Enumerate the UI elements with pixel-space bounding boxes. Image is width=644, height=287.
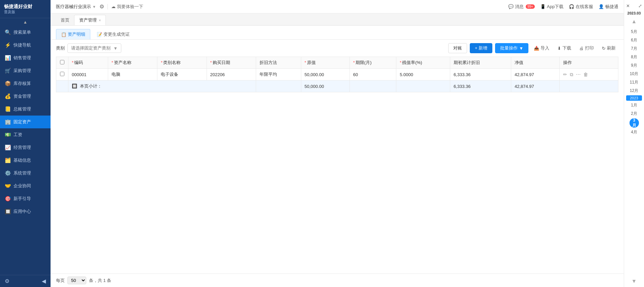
sidebar-item-10[interactable]: 🗂️ 基础信息: [0, 154, 51, 167]
sidebar-item-5[interactable]: 💰 资金管理: [0, 90, 51, 103]
timeline-down-btn[interactable]: ▼: [631, 278, 638, 285]
topbar-gear-icon[interactable]: ⚙: [99, 3, 104, 10]
sidebar-icon-11: ⚙️: [5, 170, 11, 176]
per-page-select[interactable]: 102050100: [67, 277, 86, 284]
select-all-checkbox[interactable]: [60, 60, 64, 64]
sidebar-item-8[interactable]: 💵 工资: [0, 128, 51, 141]
sidebar-icon-5: 💰: [5, 93, 11, 99]
tabbar: 首页资产管理×: [51, 13, 624, 26]
timeline-month[interactable]: 9月: [626, 62, 642, 69]
sidebar-icon-6: 📒: [5, 106, 11, 112]
app-title: 畅捷通好业财: [4, 3, 47, 9]
new-btn[interactable]: + 新增: [470, 43, 492, 53]
timeline-month[interactable]: 4月: [626, 128, 642, 136]
sidebar-item-7[interactable]: 🏢 固定资产: [0, 116, 51, 128]
notifications-label: 消息: [515, 4, 524, 10]
sidebar-item-14[interactable]: 🔲 应用中心: [0, 205, 51, 218]
notifications-btn[interactable]: 💬 消息 99: [508, 4, 535, 10]
timeline-month[interactable]: 5月: [626, 28, 642, 36]
timeline-month[interactable]: 3月: [630, 118, 639, 128]
company-selector[interactable]: 医疗器械行业演示 ▼: [56, 4, 96, 10]
sidebar-item-11[interactable]: ⚙️ 系统管理: [0, 167, 51, 180]
import-btn[interactable]: 📥 导入: [531, 43, 552, 53]
sidebar-label-2: 销售管理: [13, 55, 31, 61]
table-header: *编码 *资产名称 *类别名称 *购买日期 折旧方法 *原值 *期限(月) *残…: [56, 57, 618, 69]
sidebar-item-0[interactable]: 🔍 搜索菜单: [0, 26, 51, 39]
import-label: 导入: [541, 45, 549, 51]
sidebar-item-12[interactable]: 🤝 企业协同: [0, 180, 51, 192]
timeline-expand-btn[interactable]: ⤢: [638, 3, 643, 9]
sub-tab-label-1: 变更生成凭证: [103, 31, 130, 37]
sidebar-icon-10: 🗂️: [5, 157, 11, 163]
print-label: 打印: [585, 45, 594, 51]
batch-btn[interactable]: 批量操作 ▼: [495, 43, 528, 53]
copy-icon-0[interactable]: ⧉: [570, 72, 573, 77]
sidebar-item-2[interactable]: 📊 销售管理: [0, 52, 51, 64]
print-btn[interactable]: 🖨 打印: [577, 43, 596, 53]
row-checkbox-cell-0[interactable]: [56, 69, 68, 81]
timeline-up-btn[interactable]: ▲: [631, 18, 638, 25]
timeline-close-btn[interactable]: ✕: [625, 3, 631, 9]
user-avatar-icon: 👤: [599, 4, 604, 9]
refresh-btn[interactable]: ↻ 刷新: [599, 43, 618, 53]
timeline-month[interactable]: 8月: [626, 53, 642, 61]
sidebar-scroll-up[interactable]: ▲: [0, 18, 51, 26]
experience-link[interactable]: ☁ 我要体验一下: [111, 4, 143, 10]
sidebar-icon-3: 🛒: [5, 68, 11, 74]
timeline-month[interactable]: 2月: [626, 110, 642, 118]
col-period: *期限(月): [349, 57, 396, 69]
sidebar-item-6[interactable]: 📒 总账管理: [0, 103, 51, 116]
sub-tab-1[interactable]: 📝变更生成凭证: [92, 29, 135, 39]
subtotal-empty-3: [396, 81, 450, 92]
batch-label: 批量操作: [500, 45, 518, 51]
user-menu[interactable]: 👤 畅捷通: [599, 4, 618, 10]
more-icon-0[interactable]: ⋯: [576, 72, 581, 77]
pagination: 每页 102050100 条，共 1 条: [51, 274, 624, 287]
tab-0[interactable]: 首页: [56, 15, 74, 25]
sidebar-item-1[interactable]: ⚡ 快捷导航: [0, 39, 51, 52]
timeline-month[interactable]: 6月: [626, 36, 642, 44]
sidebar-logo: 畅捷通好业财 普及版: [0, 0, 51, 18]
download-btn[interactable]: ⬇ 下载: [555, 43, 574, 53]
app-download-label: App下载: [547, 4, 563, 10]
timeline-month[interactable]: 12月: [626, 87, 642, 95]
sidebar-label-13: 新手引导: [13, 196, 31, 202]
sidebar-item-4[interactable]: 📦 库存核算: [0, 77, 51, 90]
timeline-month[interactable]: 1月: [626, 101, 642, 109]
row-purchase-date-0: 202206: [207, 69, 256, 81]
tab-close-1[interactable]: ×: [99, 18, 101, 22]
category-filter[interactable]: 请选择固定资产类别 ▼: [67, 43, 121, 53]
timeline-month[interactable]: 7月: [626, 45, 642, 53]
online-support-btn[interactable]: 🎧 在线客服: [569, 4, 593, 10]
filter-arrow-icon: ▼: [113, 46, 118, 51]
edit-icon-0[interactable]: ✏: [563, 72, 567, 77]
subtotal-empty-1: [256, 81, 301, 92]
toolbar: 类别 请选择固定资产类别 ▼ 对账 + 新增 批量操作 ▼ 📥 导入 ⬇: [51, 40, 624, 57]
sidebar-item-9[interactable]: 📈 经营管理: [0, 141, 51, 154]
delete-icon-0[interactable]: 🗑: [583, 72, 588, 77]
settings-icon[interactable]: ⚙: [5, 278, 9, 284]
tab-1[interactable]: 资产管理×: [74, 15, 106, 25]
batch-arrow-icon: ▼: [519, 46, 523, 51]
subtotal-actions-empty: [560, 81, 618, 92]
sub-tab-0[interactable]: 📋资产明细: [56, 29, 90, 39]
sub-tabbar: 📋资产明细📝变更生成凭证: [51, 26, 624, 40]
select-all-header[interactable]: [56, 57, 68, 69]
timeline-month[interactable]: 10月: [626, 70, 642, 78]
toolbar-right: 对账 + 新增 批量操作 ▼ 📥 导入 ⬇ 下载 🖨 打印: [448, 43, 618, 53]
sidebar-icon-14: 🔲: [5, 209, 11, 215]
sidebar-item-3[interactable]: 🛒 采购管理: [0, 64, 51, 77]
col-net-value: 净值: [511, 57, 559, 69]
row-checkbox-0[interactable]: [60, 72, 64, 76]
timeline-month[interactable]: 11月: [626, 78, 642, 86]
sidebar-nav: 🔍 搜索菜单 ⚡ 快捷导航 📊 销售管理 🛒 采购管理 📦 库存核算 💰 资金管…: [0, 26, 51, 275]
experience-text: 我要体验一下: [117, 4, 143, 10]
collapse-icon[interactable]: ◀: [42, 278, 46, 284]
sidebar-label-14: 应用中心: [13, 209, 31, 215]
app-download-btn[interactable]: 📱 App下载: [540, 4, 563, 10]
reconcile-btn[interactable]: 对账: [448, 43, 467, 53]
sidebar-item-13[interactable]: 🎯 新手引导: [0, 192, 51, 205]
print-icon: 🖨: [579, 46, 584, 51]
subtotal-original-value: 50,000.00: [301, 81, 349, 92]
sidebar-label-4: 库存核算: [13, 81, 31, 87]
